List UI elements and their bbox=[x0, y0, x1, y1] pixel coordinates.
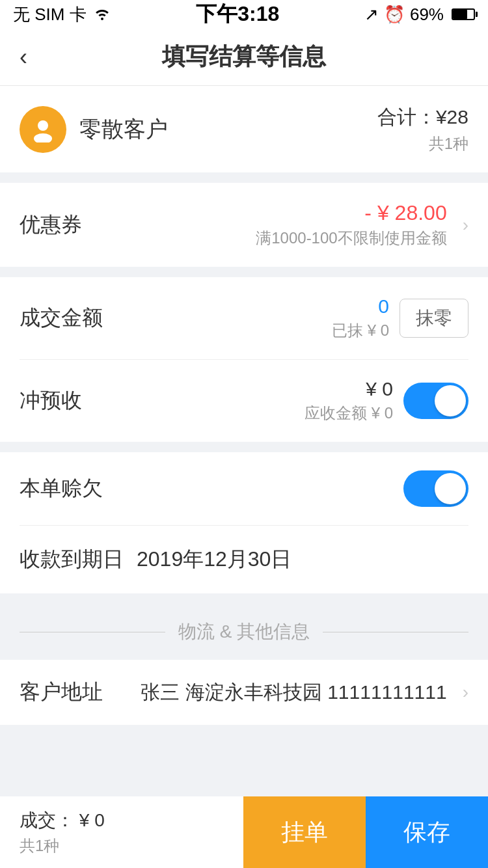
coupon-section: 优惠券 - ¥ 28.00 满1000-100不限制使用金额 › bbox=[0, 183, 488, 267]
customer-avatar bbox=[20, 106, 66, 153]
deal-amount-values: 0 已抹 ¥ 0 bbox=[332, 295, 389, 341]
address-row[interactable]: 客户地址 张三 海淀永丰科技园 11111111111 › bbox=[0, 660, 488, 725]
deal-amount-label: 成交金额 bbox=[20, 304, 103, 332]
page-title: 填写结算等信息 bbox=[162, 41, 326, 73]
wifi-icon bbox=[93, 5, 111, 25]
round-zero-button[interactable]: 抹零 bbox=[400, 299, 468, 338]
due-date-value: 2019年12月30日 bbox=[137, 545, 291, 574]
status-left: 无 SIM 卡 bbox=[13, 3, 111, 26]
address-value: 张三 海淀永丰科技园 11111111111 bbox=[141, 679, 446, 706]
arrears-right bbox=[403, 470, 468, 507]
customer-row: 零散客户 合计：¥28 共1种 bbox=[0, 86, 488, 172]
bottom-deal-value: ¥ 0 bbox=[79, 810, 105, 830]
customer-section: 零散客户 合计：¥28 共1种 bbox=[0, 86, 488, 172]
address-right: 张三 海淀永丰科技园 11111111111 › bbox=[141, 679, 468, 706]
bottom-deal-row: 成交： ¥ 0 bbox=[20, 808, 224, 833]
location-icon: ↗ bbox=[364, 5, 379, 25]
svg-point-0 bbox=[38, 120, 48, 131]
arrears-section: 本单赊欠 收款到期日 2019年12月30日 bbox=[0, 452, 488, 593]
bottom-info: 成交： ¥ 0 共1种 bbox=[0, 808, 243, 856]
deal-amount-subtext: 已抹 ¥ 0 bbox=[332, 320, 389, 341]
arrears-row: 本单赊欠 bbox=[0, 452, 488, 525]
battery-percent: 69% bbox=[410, 5, 444, 25]
coupon-right: - ¥ 28.00 满1000-100不限制使用金额 › bbox=[256, 201, 468, 249]
customer-total: 合计：¥28 bbox=[377, 104, 468, 131]
coupon-row[interactable]: 优惠券 - ¥ 28.00 满1000-100不限制使用金额 › bbox=[0, 183, 488, 267]
due-date-row: 收款到期日 2019年12月30日 bbox=[0, 526, 488, 593]
coupon-arrow: › bbox=[463, 215, 468, 236]
bottom-deal-label: 成交： bbox=[20, 810, 74, 830]
svg-point-1 bbox=[34, 133, 52, 142]
address-arrow: › bbox=[463, 682, 468, 703]
customer-name: 零散客户 bbox=[79, 115, 168, 144]
prepay-right: ¥ 0 应收金额 ¥ 0 bbox=[305, 378, 468, 424]
arrears-label: 本单赊欠 bbox=[20, 474, 103, 503]
coupon-subtext: 满1000-100不限制使用金额 bbox=[256, 228, 446, 249]
due-date-content: 收款到期日 2019年12月30日 bbox=[20, 545, 468, 574]
status-time: 下午3:18 bbox=[196, 0, 279, 29]
no-sim-text: 无 SIM 卡 bbox=[13, 3, 87, 26]
alarm-icon: ⏰ bbox=[384, 5, 405, 25]
prepay-label: 冲预收 bbox=[20, 387, 82, 415]
arrears-toggle[interactable] bbox=[403, 470, 468, 507]
deal-prepay-section: 成交金额 0 已抹 ¥ 0 抹零 冲预收 ¥ 0 应收金额 ¥ 0 bbox=[0, 277, 488, 442]
coupon-label: 优惠券 bbox=[20, 211, 82, 239]
logistics-line-left bbox=[20, 632, 165, 632]
customer-count: 共1种 bbox=[377, 133, 468, 154]
prepay-toggle[interactable] bbox=[403, 383, 468, 419]
bottom-count: 共1种 bbox=[20, 835, 224, 856]
status-bar: 无 SIM 卡 下午3:18 ↗ ⏰ 69% bbox=[0, 0, 488, 29]
battery-icon bbox=[452, 8, 475, 20]
coupon-values: - ¥ 28.00 满1000-100不限制使用金额 bbox=[256, 201, 446, 249]
deal-amount-right: 0 已抹 ¥ 0 抹零 bbox=[332, 295, 468, 341]
bottom-bar: 成交： ¥ 0 共1种 挂单 保存 bbox=[0, 796, 488, 868]
due-date-label: 收款到期日 bbox=[20, 545, 124, 574]
customer-right: 合计：¥28 共1种 bbox=[377, 104, 468, 154]
deal-amount-row: 成交金额 0 已抹 ¥ 0 抹零 bbox=[0, 277, 488, 359]
save-button[interactable]: 保存 bbox=[366, 796, 488, 868]
logistics-line-right bbox=[323, 632, 468, 632]
prepay-row: 冲预收 ¥ 0 应收金额 ¥ 0 bbox=[0, 360, 488, 442]
prepay-subtext: 应收金额 ¥ 0 bbox=[305, 403, 393, 424]
status-right: ↗ ⏰ 69% bbox=[364, 5, 475, 25]
prepay-values: ¥ 0 应收金额 ¥ 0 bbox=[305, 378, 393, 424]
prepay-value: ¥ 0 bbox=[366, 378, 393, 400]
battery-fill bbox=[453, 10, 467, 19]
deal-amount-value: 0 bbox=[378, 295, 389, 318]
logistics-label: 物流 & 其他信息 bbox=[178, 619, 310, 644]
logistics-divider: 物流 & 其他信息 bbox=[0, 604, 488, 660]
nav-bar: ‹ 填写结算等信息 bbox=[0, 29, 488, 86]
back-button[interactable]: ‹ bbox=[20, 44, 27, 71]
coupon-discount: - ¥ 28.00 bbox=[364, 201, 446, 225]
address-label: 客户地址 bbox=[20, 678, 103, 707]
customer-left: 零散客户 bbox=[20, 106, 168, 153]
hang-button[interactable]: 挂单 bbox=[243, 796, 366, 868]
arrears-toggle-knob bbox=[435, 473, 466, 504]
content: 零散客户 合计：¥28 共1种 优惠券 - ¥ 28.00 满1000-100不… bbox=[0, 86, 488, 813]
address-section: 客户地址 张三 海淀永丰科技园 11111111111 › bbox=[0, 660, 488, 725]
prepay-toggle-knob bbox=[435, 385, 466, 416]
